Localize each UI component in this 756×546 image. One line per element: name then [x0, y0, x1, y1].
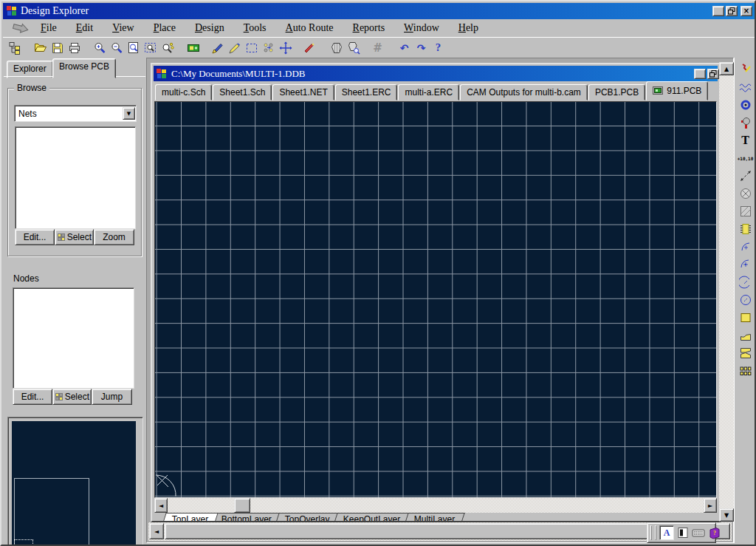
board-view-button[interactable]	[185, 39, 202, 56]
zoom-out-button[interactable]	[108, 39, 125, 56]
mdi-scroll-down-button[interactable]: ▼	[719, 508, 734, 522]
nodes-edit-button[interactable]: Edit...	[13, 389, 52, 405]
place-string-button[interactable]: T	[736, 132, 755, 149]
mdi-scroll-left-button[interactable]: ◄	[149, 523, 164, 539]
browse-type-select[interactable]: Nets ▼	[14, 105, 137, 122]
split-plane-button[interactable]	[736, 344, 755, 362]
document-titlebar[interactable]: C:\My Documents\MULTI-1.DDB _	[154, 66, 718, 81]
tab-browse-pcb[interactable]: Browse PCB	[52, 58, 116, 78]
tab-911-pcb[interactable]: 911.PCB	[646, 81, 708, 100]
tab-multi-c-sch[interactable]: multi-c.Sch	[155, 84, 212, 100]
tab-multi-a-erc[interactable]: multi-a.ERC	[398, 84, 459, 100]
pcb-scroll-left-button[interactable]: ◄	[154, 498, 168, 513]
document-minimize-button[interactable]: _	[694, 69, 706, 79]
ime-toolbar[interactable]: A ?	[647, 522, 716, 543]
place-via-button[interactable]	[736, 114, 755, 132]
pcb-horizontal-scrollbar[interactable]: ◄ ►	[154, 498, 717, 513]
menu-help[interactable]: Help	[449, 21, 488, 35]
wizard-button[interactable]	[300, 39, 317, 56]
polygon-3d-zoom-button[interactable]	[345, 39, 362, 56]
menu-reports[interactable]: Reports	[343, 21, 395, 35]
nets-edit-button[interactable]: Edit...	[15, 229, 55, 245]
set-origin-button[interactable]	[736, 185, 755, 202]
window-titlebar[interactable]: Design Explorer _ ×	[3, 3, 755, 19]
menu-design[interactable]: Design	[185, 21, 234, 35]
pcb-scroll-thumb[interactable]	[234, 498, 250, 513]
zoom-in-button[interactable]	[91, 39, 108, 56]
full-circle-button[interactable]	[736, 291, 755, 309]
polygon-plane-button[interactable]	[736, 327, 755, 344]
place-track-button[interactable]	[736, 78, 755, 96]
pcb-canvas[interactable]	[154, 101, 717, 498]
restore-button[interactable]	[726, 6, 738, 16]
menu-window[interactable]: Window	[394, 21, 449, 35]
save-button[interactable]	[49, 39, 66, 56]
tab-cam-outputs[interactable]: CAM Outputs for multi-b.cam	[460, 84, 588, 100]
cut-button[interactable]	[209, 39, 226, 56]
place-component-button[interactable]	[736, 220, 755, 238]
layer-tab-toplayer[interactable]: TopLayer	[160, 513, 219, 522]
undo-button[interactable]: ↶	[396, 39, 413, 56]
open-document-button[interactable]	[32, 39, 49, 56]
toggle-grid-button[interactable]: #	[369, 39, 386, 56]
menu-file[interactable]: File	[31, 21, 66, 35]
edge-arc-button[interactable]	[736, 238, 755, 256]
ime-help-button[interactable]: ?	[707, 526, 721, 539]
tab-sheet1-erc[interactable]: Sheet1.ERC	[335, 84, 398, 100]
layer-tab-bottomlayer[interactable]: BottomLayer	[210, 513, 283, 522]
move-button[interactable]	[277, 39, 294, 56]
menu-place[interactable]: Place	[144, 21, 185, 35]
explorer-toggle-button[interactable]	[6, 39, 23, 56]
zoom-area-button[interactable]	[142, 39, 159, 56]
ime-shape-button[interactable]	[676, 526, 690, 539]
help-button[interactable]: ?	[430, 39, 447, 56]
close-button[interactable]: ×	[740, 6, 752, 16]
zoom-all-button[interactable]	[125, 39, 142, 56]
mdi-vertical-scrollbar[interactable]: ▲ ▼	[719, 62, 734, 522]
mdi-horizontal-scrollbar[interactable]: ◄	[148, 522, 732, 541]
place-coordinate-button[interactable]: +10,10	[736, 149, 755, 167]
pcb-scroll-right-button[interactable]: ►	[704, 498, 717, 513]
minimize-button[interactable]: _	[712, 6, 724, 16]
mdi-scroll-thumb[interactable]	[165, 523, 730, 539]
place-pad-button[interactable]	[736, 96, 755, 114]
polygon-3d-button[interactable]	[328, 39, 345, 56]
ime-letter-button[interactable]: A	[659, 525, 674, 540]
nets-listbox[interactable]	[15, 126, 136, 229]
deselect-button[interactable]	[260, 39, 277, 56]
paste-array-button[interactable]	[736, 362, 755, 380]
drag-handle[interactable]	[650, 525, 652, 540]
tab-sheet1-sch[interactable]: Sheet1.Sch	[213, 84, 272, 100]
layer-tab-keepoutlayer[interactable]: KeepOutLayer	[331, 513, 410, 522]
tab-sheet1-net[interactable]: Sheet1.NET	[272, 84, 334, 100]
nodes-jump-button[interactable]: Jump	[92, 389, 132, 405]
layer-tab-multilayer[interactable]: MultiLayer	[402, 513, 465, 522]
menu-auto-route[interactable]: Auto Route	[276, 21, 343, 35]
menu-arrow-icon[interactable]	[12, 22, 31, 34]
menu-tools[interactable]: Tools	[234, 21, 276, 35]
select-area-button[interactable]	[243, 39, 260, 56]
tab-pcb1-pcb[interactable]: PCB1.PCB	[588, 84, 645, 100]
zoom-point-button[interactable]	[159, 39, 176, 56]
print-button[interactable]	[66, 39, 83, 56]
any-angle-arc-button[interactable]	[736, 273, 755, 291]
place-dimension-button[interactable]	[736, 167, 755, 185]
browse-type-dropdown-button[interactable]: ▼	[123, 107, 135, 120]
nets-select-button[interactable]: Select	[55, 229, 94, 245]
interactive-route-button[interactable]	[736, 61, 755, 78]
drag-handle[interactable]	[655, 525, 656, 540]
board-preview[interactable]	[12, 421, 136, 546]
nets-zoom-button[interactable]: Zoom	[94, 229, 134, 245]
nodes-listbox[interactable]	[13, 287, 134, 389]
place-fill-button[interactable]	[736, 309, 755, 327]
center-arc-button[interactable]	[736, 256, 755, 273]
document-restore-button[interactable]	[707, 69, 719, 79]
draw-line-button[interactable]	[226, 39, 243, 56]
mdi-scroll-up-button[interactable]: ▲	[719, 62, 734, 75]
menu-edit[interactable]: Edit	[66, 21, 103, 35]
ime-keyboard-button[interactable]	[692, 526, 705, 539]
redo-button[interactable]: ↷	[413, 39, 430, 56]
layer-tab-topoverlay[interactable]: TopOverlay	[274, 513, 340, 522]
nodes-select-button[interactable]: Select	[52, 389, 92, 405]
place-room-button[interactable]	[736, 202, 755, 220]
